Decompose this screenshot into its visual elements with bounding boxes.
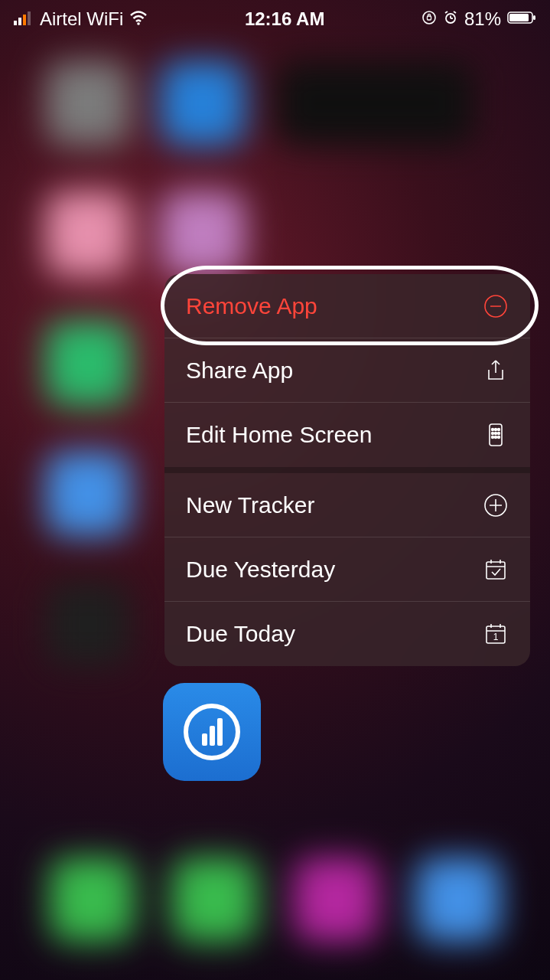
remove-app-item[interactable]: Remove App	[164, 274, 530, 338]
status-bar: Airtel WiFi 12:16 AM 81%	[0, 0, 550, 34]
calendar-day-icon: 1	[483, 621, 509, 647]
svg-rect-30	[487, 562, 505, 579]
share-icon	[483, 358, 509, 384]
battery-percent-label: 81%	[464, 8, 501, 30]
battery-icon	[507, 8, 536, 30]
apps-icon	[483, 422, 509, 448]
svg-point-21	[492, 433, 494, 435]
svg-rect-13	[509, 14, 529, 21]
carrier-label: Airtel WiFi	[40, 8, 123, 30]
svg-text:1: 1	[493, 632, 499, 642]
tracker-app-icon[interactable]	[163, 683, 261, 781]
wifi-icon	[129, 8, 148, 30]
due-today-item[interactable]: Due Today 1	[164, 602, 530, 666]
calendar-check-icon	[483, 557, 509, 583]
new-tracker-item[interactable]: New Tracker	[164, 473, 530, 537]
minus-circle-icon	[483, 293, 509, 319]
menu-item-label: Share App	[186, 358, 293, 384]
svg-rect-0	[14, 21, 17, 25]
orientation-lock-icon	[421, 8, 437, 30]
menu-item-label: Edit Home Screen	[186, 422, 372, 448]
svg-rect-14	[533, 15, 535, 20]
svg-point-18	[492, 429, 494, 431]
menu-group-divider	[164, 467, 530, 473]
svg-point-4	[138, 22, 141, 25]
svg-point-24	[492, 436, 494, 439]
signal-icon	[14, 8, 34, 30]
menu-item-label: Due Yesterday	[186, 557, 335, 583]
due-yesterday-item[interactable]: Due Yesterday	[164, 537, 530, 602]
svg-point-23	[498, 433, 500, 435]
svg-rect-1	[18, 18, 21, 25]
alarm-icon	[443, 8, 458, 30]
plus-circle-icon	[483, 492, 509, 518]
share-app-item[interactable]: Share App	[164, 338, 530, 403]
svg-point-26	[498, 436, 500, 439]
svg-point-5	[423, 11, 435, 24]
svg-line-11	[454, 11, 456, 13]
menu-item-label: Remove App	[186, 293, 317, 319]
menu-item-label: Due Today	[186, 621, 295, 647]
app-context-menu: Remove App Share App Edit Home Screen Ne…	[164, 274, 530, 666]
svg-rect-40	[202, 733, 207, 746]
edit-home-screen-item[interactable]: Edit Home Screen	[164, 403, 530, 467]
menu-item-label: New Tracker	[186, 492, 314, 518]
svg-rect-3	[28, 11, 31, 25]
svg-point-25	[495, 436, 497, 439]
clock-label: 12:16 AM	[245, 8, 324, 30]
svg-rect-6	[427, 16, 431, 20]
svg-rect-41	[210, 726, 215, 746]
svg-rect-42	[217, 718, 223, 746]
svg-point-22	[495, 433, 497, 435]
svg-rect-2	[23, 15, 26, 25]
svg-point-19	[495, 429, 497, 431]
svg-line-10	[445, 11, 447, 13]
svg-point-20	[498, 429, 500, 431]
